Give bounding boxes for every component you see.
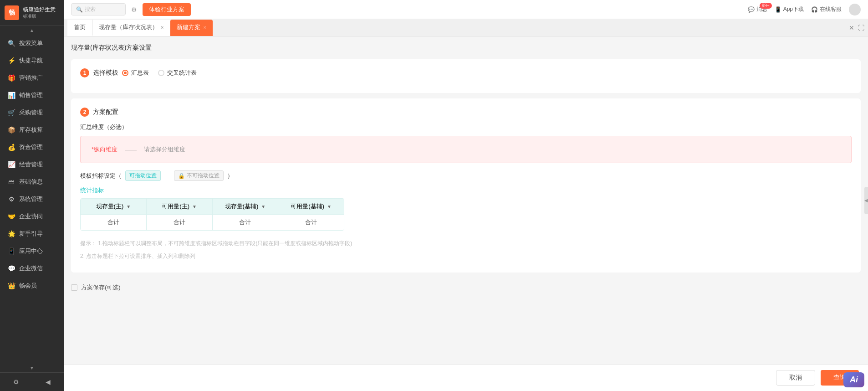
stats-col-0-label: 现存量(主) [96, 202, 124, 211]
app-download-label: App下载 [783, 5, 804, 13]
settings-btn[interactable]: ⚙ [10, 376, 23, 387]
sales-icon: 📊 [7, 91, 15, 99]
search-bar[interactable]: 🔍 搜索 [71, 3, 126, 15]
newguide-icon: 🌟 [7, 230, 15, 238]
sidebar-item-label-basic: 基础信息 [19, 178, 43, 186]
sidebar-item-operations[interactable]: 📈 经营管理 [0, 156, 64, 173]
sidebar-item-label-search: 搜索菜单 [19, 39, 43, 47]
user-avatar[interactable] [849, 4, 861, 15]
stats-col-2[interactable]: 现存量(基辅) ▼ [213, 199, 279, 214]
stats-cell-0-3: 合计 [278, 215, 344, 230]
stats-col-0-dropdown[interactable]: ▼ [126, 204, 131, 209]
step1-num: 1 [80, 68, 89, 77]
tab-inventory[interactable]: 现存量（库存状况表） × [92, 20, 170, 36]
main-area: 🔍 搜索 ⚙ 体验行业方案 💬 消息 99+ 📱 App下载 🎧 在线客服 [64, 0, 868, 391]
sidebar-item-search[interactable]: 🔍 搜索菜单 [0, 35, 64, 52]
save-checkbox[interactable] [71, 284, 77, 291]
footer-bar: 取消 查询 [64, 364, 868, 391]
marketing-icon: 🎁 [7, 74, 15, 82]
trial-btn[interactable]: 体验行业方案 [143, 3, 191, 16]
cancel-button[interactable]: 取消 [776, 370, 815, 386]
sidebar-item-label-finance: 资金管理 [19, 143, 43, 151]
search-menu-icon: 🔍 [7, 39, 15, 47]
dimension-area[interactable]: *纵向维度 —— 请选择分组维度 [80, 136, 852, 163]
sidebar-item-label-system: 系统管理 [19, 195, 43, 203]
step2-title: 方案配置 [93, 108, 118, 116]
template-settings-label: 模板指标设定（ [80, 172, 122, 180]
sidebar-item-purchase[interactable]: 🛒 采购管理 [0, 104, 64, 121]
collapse-btn[interactable]: ◀ [42, 376, 54, 387]
tab-inventory-label: 现存量（库存状况表） [99, 23, 158, 31]
app-download-btn[interactable]: 📱 App下载 [775, 5, 804, 13]
radio-cross-label: 交叉统计表 [167, 69, 197, 77]
stats-col-3-dropdown[interactable]: ▼ [327, 204, 332, 209]
save-checkbox-label: 方案保存(可选) [81, 283, 121, 292]
download-icon: 📱 [775, 6, 781, 13]
sidebar-item-appcenter[interactable]: 📱 应用中心 [0, 242, 64, 260]
tab-bar: 首页 现存量（库存状况表） × 新建方案 × ✕ ⛶ [64, 19, 868, 36]
radio-cross[interactable]: 交叉统计表 [158, 69, 197, 77]
stats-col-1[interactable]: 可用量(主) ▼ [147, 199, 213, 214]
app-name: 畅康通好生意 [23, 6, 56, 14]
sidebar-scroll-up[interactable]: ▲ [0, 26, 64, 35]
radio-summary-label: 汇总表 [131, 69, 149, 77]
sidebar-item-cooperation[interactable]: 🤝 企业协同 [0, 208, 64, 225]
stats-col-0[interactable]: 现存量(主) ▼ [81, 199, 147, 214]
stats-section-title: 统计指标 [80, 186, 852, 195]
tag-separator [164, 172, 170, 180]
sidebar-item-inventory[interactable]: 📦 库存核算 [0, 121, 64, 139]
sidebar-item-system[interactable]: ⚙ 系统管理 [0, 190, 64, 208]
right-collapse-handle[interactable]: ◀ [864, 187, 868, 214]
step2-card: 2 方案配置 汇总维度（必选） *纵向维度 —— 请选择分组维度 模板指标设定（… [71, 98, 861, 273]
stats-cell-0-0: 合计 [81, 215, 147, 230]
sidebar-item-label-marketing: 营销推广 [19, 74, 43, 82]
sidebar-item-finance[interactable]: 💰 资金管理 [0, 139, 64, 156]
online-service-btn[interactable]: 🎧 在线客服 [811, 5, 842, 13]
sidebar-item-sales[interactable]: 📊 销售管理 [0, 87, 64, 104]
stats-cell-0-2: 合计 [213, 215, 279, 230]
message-btn[interactable]: 💬 消息 99+ [748, 5, 767, 13]
stats-col-3[interactable]: 可用量(基辅) ▼ [278, 199, 344, 214]
stats-col-1-dropdown[interactable]: ▼ [192, 204, 197, 209]
sidebar-item-label-quicknav: 快捷导航 [19, 57, 43, 65]
stats-col-2-dropdown[interactable]: ▼ [261, 204, 266, 209]
vip-icon: 👑 [7, 282, 15, 290]
stats-col-1-label: 可用量(主) [162, 202, 189, 211]
expand-window-btn[interactable]: ⛶ [858, 24, 864, 31]
sidebar-item-quicknav[interactable]: ⚡ 快捷导航 [0, 52, 64, 69]
sidebar-nav: 🔍 搜索菜单 ⚡ 快捷导航 🎁 营销推广 📊 销售管理 🛒 采购管理 📦 库存核… [0, 35, 64, 364]
sidebar-item-marketing[interactable]: 🎁 营销推广 [0, 69, 64, 87]
operations-icon: 📈 [7, 160, 15, 169]
dimension-placeholder: 请选择分组维度 [144, 145, 185, 154]
ai-badge[interactable]: Ai [843, 372, 864, 387]
topbar-gear-btn[interactable]: ⚙ [131, 6, 137, 13]
app-logo-icon: 畅 [5, 5, 19, 20]
tab-home[interactable]: 首页 [67, 20, 92, 36]
sidebar-scroll-down[interactable]: ▼ [0, 364, 64, 372]
template-radio-group: 汇总表 交叉统计表 [122, 69, 197, 77]
template-settings-row: 模板指标设定（ 可拖动位置 🔒 不可拖动位置 ） [80, 170, 852, 181]
stats-table-row-0: 合计 合计 合计 合计 [81, 214, 344, 230]
sidebar-item-basic[interactable]: 🗃 基础信息 [0, 173, 64, 190]
sidebar-item-wechat[interactable]: 💬 企业微信 [0, 260, 64, 277]
step2-header: 2 方案配置 [80, 108, 852, 117]
online-service-label: 在线客服 [820, 5, 842, 13]
tab-new-plan[interactable]: 新建方案 × [170, 20, 212, 36]
stats-col-3-label: 可用量(基辅) [291, 202, 324, 211]
sidebar-item-label-cooperation: 企业协同 [19, 212, 43, 221]
dimension-required-label: *纵向维度 [92, 145, 117, 154]
sidebar-item-label-newguide: 新手引导 [19, 230, 43, 238]
sidebar-item-label-operations: 经营管理 [19, 160, 43, 169]
sidebar-item-newguide[interactable]: 🌟 新手引导 [0, 225, 64, 242]
tab-inventory-close[interactable]: × [161, 25, 163, 30]
tabs-right-controls: ✕ ⛶ [849, 24, 864, 31]
sidebar-item-vip[interactable]: 👑 畅会员 [0, 277, 64, 294]
tab-new-plan-close[interactable]: × [203, 25, 206, 30]
save-checkbox-row: 方案保存(可选) [71, 278, 861, 297]
page-title: 现存量(库存状况表)方案设置 [71, 44, 861, 52]
tab-home-label: 首页 [74, 23, 86, 31]
sidebar-item-label-vip: 畅会员 [19, 282, 37, 290]
radio-summary[interactable]: 汇总表 [122, 69, 149, 77]
message-badge: 99+ [760, 3, 772, 9]
collapse-window-btn[interactable]: ✕ [849, 24, 854, 31]
